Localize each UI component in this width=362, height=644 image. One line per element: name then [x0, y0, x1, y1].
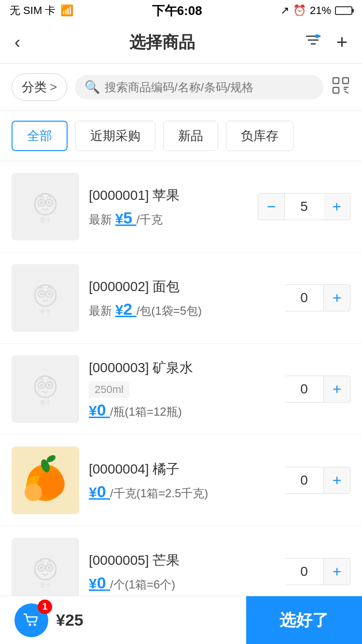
list-item: 管十 [0000001] 苹果 最新 ¥5 /千克 − +	[0, 161, 362, 252]
product-image-4	[12, 447, 79, 514]
product-image-2: 管十	[12, 264, 79, 332]
svg-rect-5	[343, 78, 348, 84]
product-price-1: 最新 ¥5 /千克	[89, 209, 248, 227]
nav-bar: ‹ 选择商品 +	[0, 21, 362, 64]
svg-point-13	[40, 201, 43, 204]
tab-recent[interactable]: 近期采购	[75, 121, 155, 151]
product-name-1: [0000001] 苹果	[89, 186, 248, 205]
wifi-icon: 📶	[60, 4, 73, 17]
product-price-4: ¥0 /千克(1箱=2.5千克)	[89, 482, 275, 501]
svg-point-3	[315, 34, 319, 38]
svg-point-32	[25, 484, 42, 501]
status-right: ↗ ⏰ 21%	[280, 4, 352, 17]
chevron-right-icon: >	[50, 80, 57, 95]
status-bar: 无 SIM 卡 📶 下午6:08 ↗ ⏰ 21%	[0, 0, 362, 21]
status-left: 无 SIM 卡 📶	[10, 3, 73, 18]
svg-point-26	[48, 384, 51, 387]
increase-button-1[interactable]: +	[323, 193, 350, 220]
battery-icon	[335, 6, 352, 15]
search-input[interactable]	[105, 81, 314, 94]
product-price-5: ¥0 /个(1箱=6个)	[89, 574, 275, 592]
svg-text:管十: 管十	[40, 399, 51, 406]
product-price-2: 最新 ¥2 /包(1袋=5包)	[89, 300, 275, 319]
page-title: 选择商品	[129, 31, 195, 54]
tab-negative-stock[interactable]: 负库存	[226, 121, 293, 151]
product-info-2: [0000002] 面包 最新 ¥2 /包(1袋=5包)	[89, 278, 275, 319]
add-icon[interactable]: +	[336, 31, 348, 53]
quantity-control-5: +	[285, 558, 350, 585]
product-name-3: [0000003] 矿泉水	[89, 359, 275, 377]
bottom-bar: 1 ¥25 选好了	[0, 596, 362, 644]
confirm-button[interactable]: 选好了	[246, 596, 362, 644]
svg-point-39	[48, 566, 51, 569]
product-name-2: [0000002] 面包	[89, 278, 275, 296]
quantity-input-1[interactable]	[285, 193, 323, 220]
search-bar: 分类 > 🔍	[0, 64, 362, 111]
tab-all[interactable]: 全部	[12, 121, 68, 151]
increase-button-4[interactable]: +	[323, 467, 350, 494]
product-info-5: [0000005] 芒果 ¥0 /个(1箱=6个)	[89, 551, 275, 592]
tab-new[interactable]: 新品	[163, 121, 218, 151]
cart-area: 1 ¥25	[0, 603, 246, 637]
product-info-1: [0000001] 苹果 最新 ¥5 /千克	[89, 186, 248, 227]
cart-button[interactable]: 1	[14, 603, 48, 637]
svg-line-9	[345, 91, 348, 93]
svg-text:管十: 管十	[40, 308, 51, 315]
alarm-icon: ⏰	[293, 4, 306, 17]
product-list: 管十 [0000001] 苹果 最新 ¥5 /千克 − +	[0, 161, 362, 644]
increase-button-5[interactable]: +	[323, 558, 350, 585]
quantity-input-4[interactable]	[285, 467, 323, 494]
product-name-4: [0000004] 橘子	[89, 460, 275, 478]
svg-rect-6	[333, 87, 339, 93]
tab-bar: 全部 近期采购 新品 负库存	[0, 111, 362, 161]
status-time: 下午6:08	[152, 2, 202, 19]
back-button[interactable]: ‹	[14, 32, 20, 53]
product-info-3: [0000003] 矿泉水 250ml ¥0 /瓶(1箱=12瓶)	[89, 359, 275, 420]
cart-total: ¥25	[56, 611, 84, 630]
list-item: 管十 [0000003] 矿泉水 250ml ¥0 /瓶(1箱=12瓶) +	[0, 344, 362, 435]
product-price-3: ¥0 /瓶(1箱=12瓶)	[89, 401, 275, 420]
quantity-input-3[interactable]	[285, 376, 323, 403]
increase-button-3[interactable]: +	[323, 376, 350, 403]
product-image-5: 管十	[12, 538, 79, 605]
product-image-3: 管十	[12, 355, 79, 423]
svg-text:管十: 管十	[40, 582, 51, 588]
product-spec-3: 250ml	[89, 381, 129, 398]
svg-point-25	[40, 384, 43, 387]
quantity-input-2[interactable]	[285, 284, 323, 311]
quantity-input-5[interactable]	[285, 558, 323, 585]
list-item: 管十 [0000002] 面包 最新 ¥2 /包(1袋=5包) +	[0, 252, 362, 344]
svg-point-53	[34, 623, 36, 626]
svg-rect-4	[333, 78, 339, 84]
location-icon: ↗	[280, 4, 289, 17]
category-button[interactable]: 分类 >	[12, 73, 67, 101]
scan-icon[interactable]	[331, 76, 350, 98]
svg-point-20	[48, 293, 51, 295]
decrease-button-1[interactable]: −	[258, 193, 285, 220]
cart-badge: 1	[38, 600, 52, 614]
search-icon: 🔍	[84, 80, 100, 95]
carrier-label: 无 SIM 卡	[10, 3, 56, 18]
product-name-5: [0000005] 芒果	[89, 551, 275, 570]
quantity-control-1: − +	[258, 193, 350, 220]
quantity-control-3: +	[285, 376, 350, 403]
increase-button-2[interactable]: +	[323, 284, 350, 311]
svg-point-38	[40, 566, 43, 569]
quantity-control-4: +	[285, 467, 350, 494]
svg-point-19	[40, 293, 43, 295]
product-image-1: 管十	[12, 173, 79, 240]
svg-text:管十: 管十	[40, 217, 51, 224]
nav-actions: +	[305, 31, 348, 53]
list-item: [0000004] 橘子 ¥0 /千克(1箱=2.5千克) +	[0, 435, 362, 526]
svg-point-14	[48, 201, 51, 204]
product-info-4: [0000004] 橘子 ¥0 /千克(1箱=2.5千克)	[89, 460, 275, 501]
battery-percent: 21%	[310, 4, 331, 17]
filter-icon[interactable]	[305, 31, 322, 53]
search-input-wrap: 🔍	[75, 75, 323, 99]
svg-point-52	[29, 623, 31, 626]
quantity-control-2: +	[285, 284, 350, 311]
